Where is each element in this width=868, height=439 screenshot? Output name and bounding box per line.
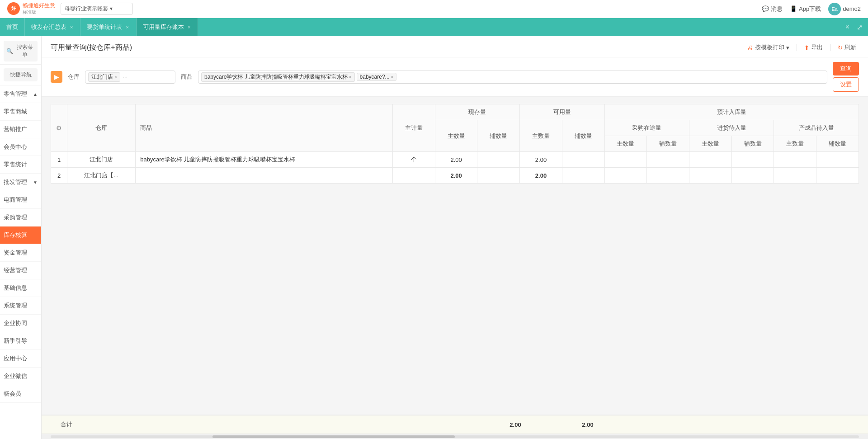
tab-home[interactable]: 首页 [0, 18, 25, 36]
logo-sub: 标准版 [23, 9, 55, 15]
setting-btn[interactable]: 设置 [833, 77, 859, 92]
maximize-btn[interactable]: ⤢ [855, 23, 864, 32]
tab-available-inventory-close[interactable]: × [187, 24, 191, 30]
row-1-product: babycare学饮杯 儿童防摔防撞吸管杯重力球吸嘴杯宝宝水杯 [136, 152, 393, 168]
sidebar-item-wholesale-mgmt[interactable]: 批发管理 ▼ [0, 174, 41, 191]
sidebar-item-marketing-label: 营销推广 [4, 125, 27, 133]
sidebar-item-retail-shop-label: 零售商城 [4, 108, 27, 116]
row-1-unit: 个 [393, 152, 435, 168]
filter-toggle-btn[interactable]: ▶ [51, 71, 62, 83]
th-gear: ⚙ [51, 104, 67, 152]
th-purchase-transit: 采购在途量 [604, 120, 689, 136]
template-label: 母婴行业演示账套 [65, 5, 108, 13]
sidebar-item-retail-mgmt[interactable]: 零售管理 ▲ [0, 85, 41, 103]
tab-receive-send[interactable]: 收发存汇总表 × [25, 18, 80, 36]
th-warehouse: 仓库 [67, 104, 136, 152]
th-available: 可用量 [520, 104, 604, 120]
sidebar-item-new-guide[interactable]: 新手引导 [0, 332, 41, 350]
refresh-btn[interactable]: ↻ 刷新 [835, 42, 859, 53]
tab-receive-send-close[interactable]: × [69, 24, 74, 30]
tab-available-inventory[interactable]: 可用量库存账本 × [137, 18, 198, 36]
warehouse-filter-input[interactable]: 江北门店 × ··· [85, 71, 175, 84]
row-2-product-sub [816, 168, 859, 184]
quick-nav-btn[interactable]: 快捷导航 [4, 68, 38, 81]
product-tag-1-text: babycare?... [360, 74, 390, 80]
row-1-current-sub [477, 152, 520, 168]
template-selector[interactable]: 母婴行业演示账套 ▾ [61, 3, 133, 15]
export-icon: ⬆ [804, 44, 809, 51]
close-all-btn[interactable]: × [844, 23, 851, 31]
row-1-product-sub [816, 152, 859, 168]
content: 可用量查询(按仓库+商品) 🖨 按模板打印 ▾ ⬆ 导出 ↻ 刷新 [42, 36, 868, 439]
product-tag-1: babycare?... × [357, 73, 397, 81]
sidebar-item-finance[interactable]: 资金管理 [0, 244, 41, 262]
search-menu-btn[interactable]: 🔍 搜索菜单 [4, 41, 38, 61]
query-btn[interactable]: 查询 [833, 62, 859, 76]
table-row: 2 江北门店【... 2.00 2.00 [51, 168, 859, 184]
sidebar-item-inventory[interactable]: 库存核算 [0, 227, 41, 244]
th-available-main: 主数量 [520, 120, 562, 152]
filter-toggle-icon: ▶ [54, 73, 59, 80]
sidebar-item-ecommerce[interactable]: 电商管理 [0, 191, 41, 209]
retail-mgmt-arrow: ▲ [33, 92, 38, 97]
scroll-bar-track[interactable] [51, 435, 859, 438]
th-inbound-main: 主数量 [689, 136, 732, 152]
page-header: 可用量查询(按仓库+商品) 🖨 按模板打印 ▾ ⬆ 导出 ↻ 刷新 [42, 36, 868, 57]
row-2-inbound-sub [731, 168, 774, 184]
export-btn[interactable]: ⬆ 导出 [802, 42, 826, 53]
template-print-label: 按模板打印 [755, 43, 784, 52]
sidebar-item-enterprise[interactable]: 企业协同 [0, 315, 41, 332]
logo-icon: 好 [7, 2, 20, 15]
message-label: 消息 [771, 5, 783, 13]
user-area[interactable]: Ea demo2 [828, 3, 861, 15]
row-1-available-sub [562, 152, 604, 168]
refresh-icon: ↻ [838, 44, 843, 51]
product-filter-input[interactable]: babycare学饮杯 儿童防摔防撞吸管杯重力球吸嘴杯宝宝水杯 × babyca… [198, 71, 827, 84]
sidebar-item-app-center[interactable]: 应用中心 [0, 350, 41, 368]
template-print-btn[interactable]: 🖨 按模板打印 ▾ [745, 42, 792, 53]
row-2-current-sub [477, 168, 520, 184]
sidebar-quick-nav-section: 快捷导航 [0, 65, 41, 85]
sidebar-item-retail-stats[interactable]: 零售统计 [0, 156, 41, 174]
footer-available-main: 2.00 [570, 421, 606, 428]
table-row: 1 江北门店 babycare学饮杯 儿童防摔防撞吸管杯重力球吸嘴杯宝宝水杯 个… [51, 152, 859, 168]
warehouse-filter-ellipsis[interactable]: ··· [122, 74, 128, 80]
column-settings-icon[interactable]: ⚙ [56, 124, 62, 132]
th-product-main: 主数量 [774, 136, 816, 152]
action-divider-1 [797, 44, 797, 51]
warehouse-tag-0-text: 江北门店 [91, 73, 113, 81]
product-tag-1-close[interactable]: × [391, 75, 394, 80]
sidebar: 🔍 搜索菜单 快捷导航 零售管理 ▲ 零售商城 营销推广 会员中心 零售统计 批… [0, 36, 42, 439]
sidebar-item-operations[interactable]: 经营管理 [0, 262, 41, 279]
th-current-stock: 现存量 [435, 104, 519, 120]
th-unit: 主计量 [393, 104, 435, 152]
table-area: ⚙ 仓库 商品 主计量 现存量 可用量 预计入库量 主数量 辅数量 主数量 辅数… [42, 97, 868, 415]
sidebar-item-system[interactable]: 系统管理 [0, 297, 41, 315]
sidebar-item-marketing[interactable]: 营销推广 [0, 121, 41, 138]
sidebar-item-retail-shop[interactable]: 零售商城 [0, 103, 41, 121]
row-2-available-main: 2.00 [520, 168, 562, 184]
tab-order-stats[interactable]: 要货单统计表 × [80, 18, 136, 36]
scroll-bar-thumb[interactable] [212, 435, 455, 438]
row-1-available-main: 2.00 [520, 152, 562, 168]
th-current-sub: 辅数量 [477, 120, 520, 152]
sidebar-item-enterprise-wechat[interactable]: 企业微信 [0, 368, 41, 385]
sidebar-item-basic-info[interactable]: 基础信息 [0, 279, 41, 297]
sidebar-item-purchase[interactable]: 采购管理 [0, 209, 41, 227]
tab-order-stats-close[interactable]: × [125, 24, 129, 30]
sidebar-item-wholesale-mgmt-label: 批发管理 [4, 178, 27, 186]
product-tag-0-close[interactable]: × [349, 75, 352, 80]
logo-area: 好 畅捷通好生意 标准版 [7, 2, 55, 15]
sidebar-item-purchase-label: 采购管理 [4, 213, 27, 222]
user-name: demo2 [843, 5, 861, 12]
th-product: 商品 [136, 104, 393, 152]
action-divider-2 [830, 44, 830, 51]
app-download-btn[interactable]: 📱 App下载 [790, 5, 821, 13]
message-icon: 💬 [762, 5, 769, 12]
warehouse-tag-0-close[interactable]: × [114, 75, 117, 80]
sidebar-item-member[interactable]: 会员中心 [0, 138, 41, 156]
row-2-unit [393, 168, 435, 184]
sidebar-item-member2[interactable]: 畅会员 [0, 385, 41, 403]
product-filter-label: 商品 [181, 73, 193, 81]
message-btn[interactable]: 💬 消息 [762, 5, 783, 13]
